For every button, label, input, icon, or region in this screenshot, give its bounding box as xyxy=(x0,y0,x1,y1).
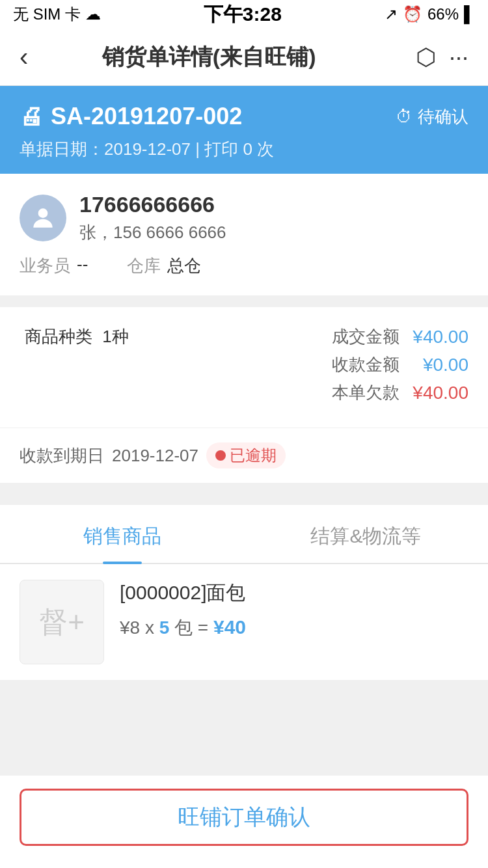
status-bar: 无 SIM 卡 ☁ 下午3:28 ↗ ⏰ 66% ▌ xyxy=(0,0,488,29)
owed-amount-label: 本单欠款 xyxy=(332,381,400,404)
receipt-amount-row: 收款金额 ¥0.00 xyxy=(332,353,468,376)
nav-bar: ‹ 销货单详情(来自旺铺) ⬡ ··· xyxy=(0,29,488,86)
avatar-icon xyxy=(29,204,57,232)
alarm-icon: ⏰ xyxy=(403,5,422,23)
order-date: 单据日期：2019-12-07 | 打印 0 次 xyxy=(20,138,468,161)
salesperson-value: -- xyxy=(77,254,88,277)
product-details: [0000002]面包 ¥8 x 5 包 = ¥40 xyxy=(120,580,468,640)
deal-amount-row: 成交金额 ¥40.00 xyxy=(332,325,468,348)
customer-info: 17666666666 张，156 6666 6666 xyxy=(79,192,468,244)
product-thumbnail: 督+ xyxy=(20,580,104,664)
nav-actions: ⬡ ··· xyxy=(416,44,468,71)
warehouse-value: 总仓 xyxy=(167,254,201,277)
overdue-text: 已逾期 xyxy=(230,445,277,466)
divider-2 xyxy=(0,483,488,495)
order-id-text: SA-20191207-002 xyxy=(51,103,242,130)
order-status-text: 待确认 xyxy=(418,105,468,128)
location-icon: ↗ xyxy=(385,5,398,23)
receipt-amount-value: ¥0.00 xyxy=(423,355,468,375)
tab-settlement[interactable]: 结算&物流等 xyxy=(244,505,488,563)
overdue-badge: 已逾期 xyxy=(206,442,286,468)
divider-1 xyxy=(0,295,488,307)
battery-icon: ▌ xyxy=(464,5,475,23)
status-time: 下午3:28 xyxy=(204,1,282,28)
status-left: 无 SIM 卡 ☁ xyxy=(13,4,101,25)
summary-right: 成交金额 ¥40.00 收款金额 ¥0.00 本单欠款 ¥40.00 xyxy=(332,325,468,409)
customer-meta: 业务员 -- 仓库 总仓 xyxy=(20,254,468,277)
summary-section: 商品种类 1种 成交金额 ¥40.00 收款金额 ¥0.00 本单欠款 ¥40.… xyxy=(0,307,488,427)
deal-amount-label: 成交金额 xyxy=(332,325,400,348)
product-total: ¥40 xyxy=(213,616,246,638)
due-section: 收款到期日 2019-12-07 已逾期 xyxy=(0,427,488,483)
customer-section: 17666666666 张，156 6666 6666 业务员 -- 仓库 总仓 xyxy=(0,174,488,295)
product-price-row: ¥8 x 5 包 = ¥40 xyxy=(120,616,468,640)
receipt-amount-label: 收款金额 xyxy=(332,353,400,376)
summary-left: 商品种类 1种 xyxy=(20,325,129,352)
status-right: ↗ ⏰ 66% ▌ xyxy=(385,5,475,23)
confirm-button[interactable]: 旺铺订单确认 xyxy=(20,789,468,846)
sim-signal: 无 SIM 卡 ☁ xyxy=(13,4,101,25)
product-logo: 督+ xyxy=(39,608,85,636)
clock-icon: ⏱ xyxy=(396,107,413,127)
bottom-section: 旺铺订单确认 xyxy=(0,776,488,868)
price-equals: = xyxy=(198,617,213,638)
product-quantity: 5 xyxy=(159,617,170,638)
price-multiply: x xyxy=(145,617,159,638)
due-date-row: 收款到期日 2019-12-07 已逾期 xyxy=(20,442,468,468)
tabs-section: 销售商品 结算&物流等 督+ [0000002]面包 ¥8 x 5 包 = ¥4… xyxy=(0,505,488,680)
warehouse-label: 仓库 xyxy=(127,254,161,277)
avatar xyxy=(20,195,66,241)
tab-products[interactable]: 销售商品 xyxy=(0,505,244,563)
more-icon[interactable]: ··· xyxy=(449,44,468,71)
battery-level: 66% xyxy=(427,5,459,23)
share-icon[interactable]: ⬡ xyxy=(416,44,436,71)
product-item: 督+ [0000002]面包 ¥8 x 5 包 = ¥40 xyxy=(20,580,468,664)
warehouse-meta: 仓库 总仓 xyxy=(127,254,201,277)
page-title: 销货单详情(来自旺铺) xyxy=(2,42,416,72)
owed-amount-row: 本单欠款 ¥40.00 xyxy=(332,381,468,404)
product-types-label: 商品种类 xyxy=(25,327,92,346)
tabs-bar: 销售商品 结算&物流等 xyxy=(0,505,488,564)
order-header-banner: 🖨 SA-20191207-002 ⏱ 待确认 单据日期：2019-12-07 … xyxy=(0,86,488,174)
order-id: 🖨 SA-20191207-002 xyxy=(20,103,242,130)
overdue-dot-icon xyxy=(215,450,226,461)
svg-point-0 xyxy=(38,208,48,218)
due-date-label: 收款到期日 xyxy=(20,444,104,467)
product-name: [0000002]面包 xyxy=(120,580,468,606)
product-types-value: 1种 xyxy=(102,327,128,346)
product-types-item: 商品种类 1种 xyxy=(20,325,129,348)
customer-phone: 17666666666 xyxy=(79,192,468,217)
customer-name: 张，156 6666 6666 xyxy=(79,221,468,244)
order-status: ⏱ 待确认 xyxy=(396,105,468,128)
deal-amount-value: ¥40.00 xyxy=(413,327,468,347)
salesperson-meta: 业务员 -- xyxy=(20,254,88,277)
product-list: 督+ [0000002]面包 ¥8 x 5 包 = ¥40 xyxy=(0,564,488,680)
owed-amount-value: ¥40.00 xyxy=(413,383,468,403)
product-unit: 包 xyxy=(174,617,193,638)
product-price: ¥8 xyxy=(120,617,140,638)
order-icon: 🖨 xyxy=(20,103,43,130)
salesperson-label: 业务员 xyxy=(20,254,70,277)
due-date-value: 2019-12-07 xyxy=(112,446,198,466)
